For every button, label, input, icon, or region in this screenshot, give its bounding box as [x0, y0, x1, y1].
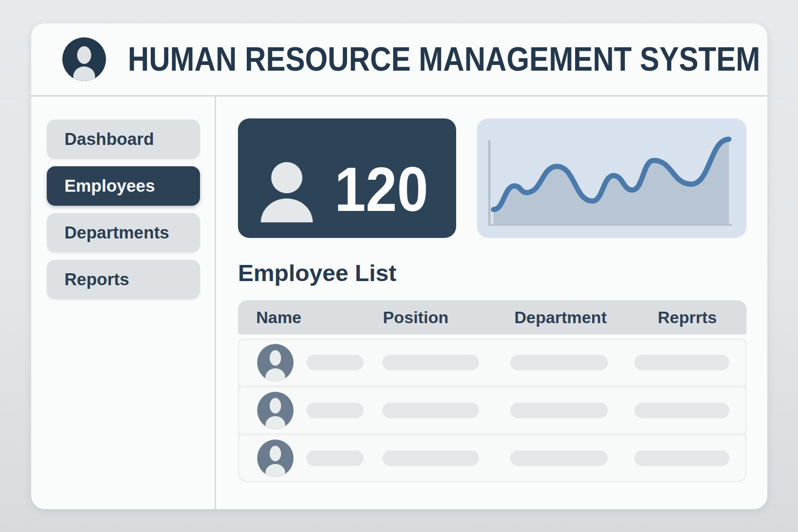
reports-placeholder: [634, 450, 729, 466]
column-header-name: Name: [238, 308, 301, 327]
reports-placeholder: [634, 355, 729, 370]
table-row[interactable]: [239, 340, 746, 385]
table-body: [238, 339, 747, 482]
row-avatar-icon: [257, 440, 294, 477]
sidebar: Dashboard Employees Departments Reports: [31, 97, 216, 509]
sidebar-item-departments[interactable]: Departments: [47, 213, 200, 252]
main-content: 120 Employee List Name Position: [216, 97, 767, 509]
user-avatar-icon: [62, 37, 106, 81]
position-placeholder: [382, 355, 479, 370]
name-placeholder: [307, 403, 364, 418]
column-header-reports: Reprrts: [632, 308, 717, 327]
section-title: Employee List: [238, 260, 747, 287]
row-avatar-icon: [257, 392, 294, 429]
department-placeholder: [510, 450, 608, 466]
employee-trend-chart: [477, 118, 747, 238]
app-window: HUMAN RESOURCE MANAGEMENT SYSTEM Dashboa…: [31, 23, 767, 509]
department-placeholder: [510, 403, 608, 418]
person-icon: [260, 162, 314, 223]
app-header: HUMAN RESOURCE MANAGEMENT SYSTEM: [31, 23, 767, 97]
name-placeholder: [307, 355, 364, 370]
row-avatar-icon: [257, 344, 294, 381]
employee-count-value: 120: [335, 158, 428, 220]
position-placeholder: [382, 403, 479, 418]
table-header-row: Name Position Department Reprrts: [238, 300, 747, 335]
table-row[interactable]: [239, 388, 746, 433]
column-header-position: Position: [381, 308, 448, 327]
sidebar-item-dashboard[interactable]: Dashboard: [47, 119, 200, 159]
sidebar-item-reports[interactable]: Reports: [47, 260, 200, 299]
reports-placeholder: [634, 403, 729, 418]
department-placeholder: [510, 355, 608, 370]
employee-count-card: 120: [238, 118, 456, 238]
trend-chart-svg: [477, 118, 747, 238]
position-placeholder: [382, 450, 479, 466]
column-header-department: Department: [508, 308, 607, 327]
name-placeholder: [307, 450, 364, 466]
page-title: HUMAN RESOURCE MANAGEMENT SYSTEM: [128, 40, 760, 78]
table-row[interactable]: [239, 435, 746, 481]
employee-table: Name Position Department Reprrts: [238, 300, 747, 482]
sidebar-item-employees[interactable]: Employees: [47, 166, 200, 206]
